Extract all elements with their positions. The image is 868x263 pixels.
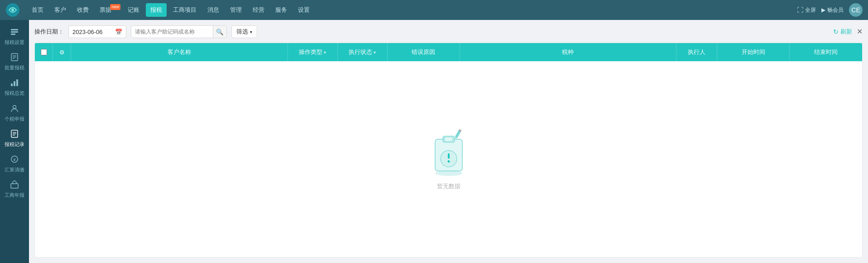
sidebar-item-annual-report[interactable]: 工商年报 bbox=[0, 176, 29, 202]
new-badge: new bbox=[110, 4, 120, 10]
th-start: 开始时间 bbox=[717, 43, 790, 61]
tax-settings-icon bbox=[10, 27, 19, 38]
th-gear[interactable]: ⚙ bbox=[53, 43, 71, 61]
user-avatar[interactable]: CE bbox=[849, 3, 863, 17]
svg-rect-19 bbox=[11, 184, 18, 188]
select-all-checkbox[interactable] bbox=[41, 49, 47, 55]
table-body: 暂无数据 bbox=[35, 61, 862, 257]
th-error: 错误原因 bbox=[388, 43, 460, 61]
fullscreen-btn[interactable]: ⛶ 全屏 bbox=[797, 6, 816, 14]
tax-overview-label: 报税总览 bbox=[5, 90, 24, 96]
nav-home[interactable]: 首页 bbox=[27, 3, 48, 17]
batch-tax-label: 批量报税 bbox=[5, 65, 24, 71]
nav-invoice[interactable]: 票据 new bbox=[95, 3, 121, 17]
personal-tax-icon bbox=[10, 104, 19, 114]
toolbar: 操作日期： 📅 🔍 筛选 ▾ ↻ 刷新 ✕ bbox=[34, 25, 863, 38]
nav-manage[interactable]: 管理 bbox=[225, 3, 246, 17]
date-input-wrap[interactable]: 📅 bbox=[68, 25, 126, 38]
search-icon: 🔍 bbox=[216, 29, 224, 35]
close-icon: ✕ bbox=[857, 28, 863, 35]
settlement-icon: ¥ bbox=[10, 155, 19, 165]
calendar-icon[interactable]: 📅 bbox=[115, 29, 122, 35]
annual-report-label: 工商年报 bbox=[5, 192, 24, 198]
tax-record-icon bbox=[10, 129, 19, 140]
date-input[interactable] bbox=[72, 29, 112, 35]
sidebar-item-batch-tax[interactable]: 批量报税 bbox=[0, 49, 29, 74]
sidebar: 报税设置 批量报税 报税总览 bbox=[0, 20, 29, 263]
app-logo[interactable] bbox=[5, 3, 20, 17]
fullscreen-label: 全屏 bbox=[805, 6, 816, 14]
main-layout: 报税设置 批量报税 报税总览 bbox=[0, 20, 868, 263]
tax-settings-label: 报税设置 bbox=[5, 39, 24, 45]
search-button[interactable]: 🔍 bbox=[213, 25, 226, 38]
sidebar-item-personal-tax[interactable]: 个税申报 bbox=[0, 100, 29, 126]
svg-rect-25 bbox=[448, 153, 450, 159]
refresh-button[interactable]: ↻ 刷新 bbox=[833, 28, 852, 36]
svg-point-1 bbox=[11, 9, 14, 11]
nav-account[interactable]: 记账 bbox=[123, 3, 144, 17]
tax-record-label: 报税记录 bbox=[5, 141, 24, 147]
th-executor: 执行人 bbox=[676, 43, 717, 61]
empty-text: 暂无数据 bbox=[437, 182, 460, 190]
status-filter-icon[interactable]: ▾ bbox=[374, 50, 376, 55]
svg-point-12 bbox=[13, 105, 16, 108]
th-status: 执行状态 ▾ bbox=[338, 43, 388, 61]
play-icon: ▶ bbox=[821, 7, 825, 13]
th-end: 结束时间 bbox=[790, 43, 862, 61]
sidebar-item-settlement[interactable]: ¥ 汇算清缴 bbox=[0, 151, 29, 176]
svg-rect-2 bbox=[11, 29, 18, 30]
nav-operation[interactable]: 经营 bbox=[248, 3, 269, 17]
nav-settings[interactable]: 设置 bbox=[293, 3, 314, 17]
batch-tax-icon bbox=[10, 53, 19, 63]
personal-tax-label: 个税申报 bbox=[5, 116, 24, 122]
gear-icon: ⚙ bbox=[59, 49, 65, 56]
search-wrap: 🔍 bbox=[131, 25, 227, 38]
filter-label: 筛选 bbox=[236, 28, 248, 36]
nav-business[interactable]: 工商项目 bbox=[168, 3, 201, 17]
svg-rect-4 bbox=[11, 34, 15, 35]
svg-point-20 bbox=[435, 170, 462, 176]
nav-fee[interactable]: 收费 bbox=[72, 3, 93, 17]
th-op-type: 操作类型 ▾ bbox=[288, 43, 338, 61]
settlement-label: 汇算清缴 bbox=[5, 167, 24, 173]
svg-rect-3 bbox=[11, 31, 18, 33]
member-label: 畅会员 bbox=[827, 6, 844, 14]
date-label: 操作日期： bbox=[34, 28, 64, 36]
svg-point-26 bbox=[447, 161, 450, 163]
annual-report-icon bbox=[10, 180, 19, 190]
svg-rect-23 bbox=[445, 137, 452, 141]
fullscreen-icon: ⛶ bbox=[797, 6, 803, 14]
nav-items: 首页 客户 收费 票据 new 记账 报税 工商项目 消息 管理 经营 服务 设… bbox=[27, 3, 797, 17]
empty-state: 暂无数据 bbox=[426, 128, 471, 190]
svg-text:¥: ¥ bbox=[13, 157, 16, 162]
top-nav: 首页 客户 收费 票据 new 记账 报税 工商项目 消息 管理 经营 服务 设… bbox=[0, 0, 868, 20]
svg-rect-10 bbox=[14, 81, 15, 86]
top-nav-right: ⛶ 全屏 ▶ 畅会员 CE bbox=[797, 3, 863, 17]
table-header: ⚙ 客户名称 操作类型 ▾ 执行状态 ▾ 错误原因 税种 bbox=[35, 43, 862, 61]
th-name: 客户名称 bbox=[71, 43, 288, 61]
svg-rect-11 bbox=[16, 79, 18, 86]
sidebar-item-tax-settings[interactable]: 报税设置 bbox=[0, 24, 29, 49]
refresh-icon: ↻ bbox=[833, 28, 839, 35]
tax-overview-icon bbox=[10, 78, 19, 88]
op-type-filter-icon[interactable]: ▾ bbox=[324, 50, 326, 55]
nav-customer[interactable]: 客户 bbox=[50, 3, 71, 17]
nav-service[interactable]: 服务 bbox=[271, 3, 292, 17]
nav-tax[interactable]: 报税 bbox=[146, 3, 167, 17]
search-input[interactable] bbox=[131, 29, 213, 35]
refresh-label: 刷新 bbox=[840, 28, 852, 36]
sidebar-item-tax-record[interactable]: 报税记录 bbox=[0, 126, 29, 151]
content-area: 操作日期： 📅 🔍 筛选 ▾ ↻ 刷新 ✕ bbox=[29, 20, 868, 263]
th-checkbox[interactable] bbox=[35, 43, 53, 61]
close-button[interactable]: ✕ bbox=[857, 28, 863, 35]
member-btn[interactable]: ▶ 畅会员 bbox=[821, 6, 844, 14]
sidebar-item-tax-overview[interactable]: 报税总览 bbox=[0, 74, 29, 100]
nav-message[interactable]: 消息 bbox=[203, 3, 224, 17]
th-tax: 税种 bbox=[460, 43, 677, 61]
filter-button[interactable]: 筛选 ▾ bbox=[231, 25, 257, 38]
table: ⚙ 客户名称 操作类型 ▾ 执行状态 ▾ 错误原因 税种 bbox=[34, 43, 863, 258]
svg-rect-9 bbox=[11, 83, 13, 86]
empty-illustration bbox=[426, 128, 471, 178]
chevron-down-icon: ▾ bbox=[250, 29, 252, 34]
